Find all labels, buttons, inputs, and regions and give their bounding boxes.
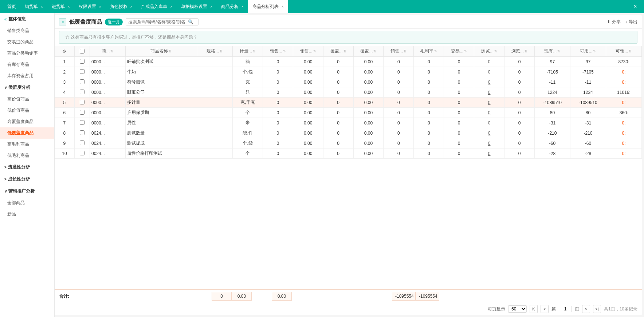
row-check[interactable] [74, 87, 90, 98]
col-header-cover-rate[interactable]: 覆盖...⇅ [353, 46, 384, 57]
col-header-cover-qty[interactable]: 覆盖...⇅ [323, 46, 353, 57]
row-check[interactable] [74, 128, 90, 138]
nav-close-sales-order[interactable]: × [41, 5, 43, 9]
prev-page-button[interactable]: < [541, 305, 549, 313]
row-check[interactable] [74, 98, 90, 108]
col-header-browse-cnt[interactable]: 浏览...⇅ [474, 46, 504, 57]
row-check[interactable] [74, 77, 90, 87]
row-browse-cnt[interactable]: 0 [474, 57, 504, 67]
row-browse-cnt[interactable]: 0 [474, 67, 504, 77]
row-checkbox[interactable] [80, 59, 85, 64]
col-header-settings[interactable]: ⚙ [55, 46, 74, 57]
nav-close-product-analysis[interactable]: × [242, 5, 244, 9]
nav-product-analysis[interactable]: 商品分析 × [217, 0, 248, 13]
row-checkbox[interactable] [80, 79, 85, 84]
sidebar-item-stock-capital[interactable]: 库存资金占用 [0, 70, 54, 82]
col-header-check[interactable] [74, 46, 90, 57]
row-browse-cnt[interactable]: 0 [474, 118, 504, 128]
sidebar-coverage-section[interactable]: ∨ 类群度分析 [0, 82, 54, 94]
col-header-gross[interactable]: 毛利率⇅ [414, 46, 444, 57]
col-header-spec[interactable]: 规格...⇅ [197, 46, 232, 57]
next-page-button[interactable]: > [582, 305, 590, 313]
search-input[interactable] [128, 19, 186, 24]
sidebar-item-in-stock[interactable]: 有库存商品 [0, 59, 54, 70]
row-checkbox[interactable] [80, 151, 85, 155]
sidebar-item-category-activity[interactable]: 商品分类动销率 [0, 48, 54, 59]
nav-role-auth[interactable]: 角色授权 × [106, 0, 137, 13]
search-icon[interactable]: 🔍 [188, 19, 193, 24]
sidebar-item-high-coverage[interactable]: 高覆盖度商品 [0, 116, 54, 127]
sidebar-item-low-value[interactable]: 低价值商品 [0, 105, 54, 116]
nav-product-inbound[interactable]: 产成品入库单 × [137, 0, 177, 13]
sidebar-item-high-gross[interactable]: 高毛利商品 [0, 139, 54, 150]
nav-product-analysis-list[interactable]: 商品分析列表 × [248, 0, 288, 13]
nav-close-product-inbound[interactable]: × [170, 5, 172, 9]
nav-close-role-auth[interactable]: × [130, 5, 133, 9]
sidebar-item-high-value[interactable]: 高价值商品 [0, 94, 54, 105]
nav-permissions[interactable]: 权限设置 × [74, 0, 106, 13]
row-checkbox[interactable] [80, 120, 85, 125]
sidebar-growth-section[interactable]: > 成长性分析 [0, 173, 54, 185]
last-page-button[interactable]: >| [593, 305, 601, 313]
first-page-button[interactable]: K [530, 305, 538, 313]
row-check[interactable] [74, 118, 90, 128]
sidebar-item-new-goods[interactable]: 新品 [0, 209, 54, 220]
row-browse-cnt[interactable]: 0 [474, 98, 504, 108]
nav-home[interactable]: 首页 [3, 0, 20, 13]
sidebar-collapse-icon[interactable]: « [4, 17, 7, 22]
share-button[interactable]: ⬆ 分享 [607, 19, 621, 25]
window-close-button[interactable]: × [629, 0, 641, 13]
nav-close-purchase-order[interactable]: × [68, 5, 70, 9]
sidebar-marketing-section[interactable]: ∨ 营销推广分析 [0, 185, 54, 197]
col-header-name[interactable]: 商品名称⇅ [125, 46, 197, 57]
col-header-trade[interactable]: 交易...⇅ [444, 46, 474, 57]
row-checkbox[interactable] [80, 130, 85, 135]
nav-sales-order[interactable]: 销货单 × [20, 0, 47, 13]
row-browse-cnt[interactable]: 0 [474, 87, 504, 98]
page-number-input[interactable] [559, 306, 572, 312]
page-size-select[interactable]: 50 20 100 [508, 305, 527, 313]
row-checkbox[interactable] [80, 69, 85, 74]
sidebar-collapse-button[interactable]: « [59, 18, 66, 25]
table-container[interactable]: ⚙ 商...⇅ 商品名称⇅ 规格...⇅ [55, 46, 642, 289]
nav-close-template-settings[interactable]: × [210, 5, 212, 9]
col-header-current[interactable]: 现有...⇅ [534, 46, 570, 57]
sidebar-item-all-goods[interactable]: 全部商品 [0, 197, 54, 209]
nav-close-product-analysis-list[interactable]: × [282, 5, 284, 9]
row-checkbox[interactable] [80, 90, 85, 94]
col-header-sales-qty[interactable]: 销售...⇅ [263, 46, 293, 57]
row-browse-cnt[interactable]: 0 [474, 108, 504, 118]
sidebar-item-low-coverage[interactable]: 低覆盖度商品 [0, 127, 54, 139]
row-saleable: 360: [606, 108, 641, 118]
select-all-checkbox[interactable] [80, 49, 85, 54]
sidebar-item-low-gross[interactable]: 低毛利商品 [0, 150, 54, 161]
row-check[interactable] [74, 67, 90, 77]
row-checkbox[interactable] [80, 110, 85, 115]
col-header-avail[interactable]: 可用...⇅ [570, 46, 606, 57]
row-browse-cnt[interactable]: 0 [474, 148, 504, 159]
col-header-sales-amt[interactable]: 销售...⇅ [293, 46, 323, 57]
time-filter-button[interactable]: 近一月 [105, 19, 123, 25]
col-header-code[interactable]: 商...⇅ [90, 46, 125, 57]
col-header-browse-rate[interactable]: 浏览...⇅ [504, 46, 535, 57]
row-checkbox[interactable] [80, 140, 85, 145]
sidebar-item-sales-goods[interactable]: 销售类商品 [0, 25, 54, 36]
export-button[interactable]: ↓ 导出 [625, 19, 637, 25]
row-browse-cnt[interactable]: 0 [474, 128, 504, 138]
nav-close-permissions[interactable]: × [99, 5, 101, 9]
sidebar-flow-section[interactable]: > 流通性分析 [0, 161, 54, 173]
row-check[interactable] [74, 108, 90, 118]
col-header-saleable[interactable]: 可销...⇅ [606, 46, 641, 57]
row-check[interactable] [74, 138, 90, 148]
row-checkbox[interactable] [80, 100, 85, 104]
nav-purchase-order[interactable]: 进货单 × [47, 0, 74, 13]
row-check[interactable] [74, 57, 90, 67]
col-header-sales-cnt[interactable]: 销售...⇅ [384, 46, 414, 57]
nav-template-settings[interactable]: 单据模板设置 × [177, 0, 217, 13]
sidebar-overall-section[interactable]: « 整体信息 [0, 13, 54, 25]
row-browse-cnt[interactable]: 0 [474, 77, 504, 87]
row-browse-cnt[interactable]: 0 [474, 138, 504, 148]
row-check[interactable] [74, 148, 90, 159]
col-header-unit[interactable]: 计量...⇅ [232, 46, 263, 57]
sidebar-item-traded-goods[interactable]: 交易过的商品 [0, 36, 54, 48]
